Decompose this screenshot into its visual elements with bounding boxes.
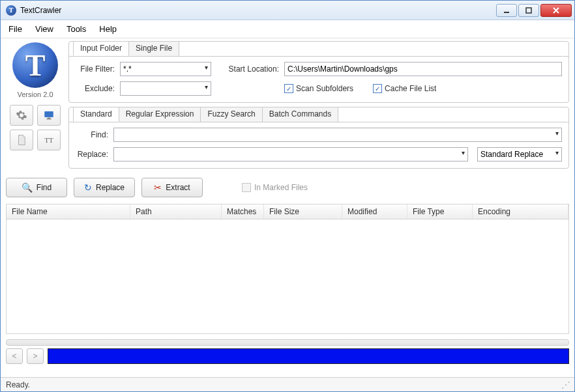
in-marked-files-checkbox: In Marked Files (242, 183, 308, 192)
maximize-button[interactable] (518, 4, 539, 17)
exclude-input[interactable] (120, 81, 211, 96)
col-matches[interactable]: Matches (222, 204, 264, 219)
menu-tools[interactable]: Tools (66, 24, 86, 34)
titlebar: T TextCrawler (1, 1, 574, 20)
check-icon (242, 183, 251, 192)
search-icon: 🔍 (22, 182, 33, 193)
progress-area: < > (6, 338, 569, 377)
input-tab-group: Input Folder Single File File Filter: St… (68, 41, 569, 103)
svg-rect-3 (48, 118, 51, 119)
menu-help[interactable]: Help (99, 24, 117, 34)
svg-rect-1 (526, 8, 531, 13)
settings-button[interactable] (10, 105, 33, 126)
side-panel: T Version 2.0 TT (6, 41, 65, 150)
tab-batch[interactable]: Batch Commands (262, 107, 338, 122)
extract-button[interactable]: ✂ Extract (141, 178, 203, 197)
resize-grip-icon[interactable]: ⋰ (561, 380, 569, 390)
scissors-icon: ✂ (154, 182, 162, 193)
app-icon: T (6, 5, 16, 16)
results-table[interactable]: File Name Path Matches File Size Modifie… (6, 204, 569, 334)
close-button[interactable] (540, 4, 572, 17)
action-bar: 🔍 Find ↻ Replace ✂ Extract In Marked Fil… (6, 173, 569, 200)
status-bar: Ready. ⋰ (1, 377, 574, 391)
prev-button[interactable]: < (6, 348, 23, 364)
tab-fuzzy[interactable]: Fuzzy Search (200, 107, 262, 122)
window-controls (496, 4, 572, 17)
start-location-input[interactable] (284, 62, 562, 76)
highlight-bar (48, 348, 569, 364)
table-body (7, 219, 568, 333)
window-title: TextCrawler (20, 6, 61, 15)
file-filter-input[interactable] (120, 62, 211, 76)
menu-bar: File View Tools Help (1, 20, 574, 38)
tab-standard[interactable]: Standard (73, 107, 119, 122)
version-label: Version 2.0 (17, 91, 53, 98)
col-filesize[interactable]: File Size (264, 204, 342, 219)
replace-button[interactable]: ↻ Replace (74, 178, 135, 197)
replace-label: Replace: (76, 150, 108, 159)
scan-subfolders-checkbox[interactable]: ✓ Scan Subfolders (284, 84, 353, 93)
tab-single-file[interactable]: Single File (128, 41, 179, 56)
svg-rect-0 (504, 12, 509, 13)
exclude-label: Exclude: (76, 84, 115, 93)
monitor-icon (43, 109, 55, 121)
text-button[interactable]: TT (37, 130, 61, 150)
document-button[interactable] (10, 130, 33, 150)
monitor-button[interactable] (37, 105, 61, 126)
col-path[interactable]: Path (130, 204, 222, 219)
table-header: File Name Path Matches File Size Modifie… (7, 204, 568, 219)
search-tab-group: Standard Regular Expression Fuzzy Search… (68, 107, 569, 169)
status-text: Ready. (6, 380, 30, 389)
file-filter-label: File Filter: (76, 64, 115, 74)
next-button[interactable]: > (27, 348, 44, 364)
svg-rect-2 (44, 111, 53, 117)
app-window: T TextCrawler File View Tools Help T Ver… (0, 0, 575, 392)
col-filetype[interactable]: File Type (407, 204, 473, 219)
check-icon: ✓ (284, 84, 293, 93)
col-encoding[interactable]: Encoding (473, 204, 568, 219)
find-button[interactable]: 🔍 Find (6, 178, 67, 197)
replace-mode-select[interactable] (477, 147, 562, 161)
find-label: Find: (76, 130, 108, 139)
cache-filelist-checkbox[interactable]: ✓ Cache File List (373, 84, 436, 93)
document-icon (16, 134, 27, 146)
progress-bar (6, 339, 569, 346)
menu-view[interactable]: View (35, 24, 53, 34)
check-icon: ✓ (373, 84, 382, 93)
minimize-button[interactable] (496, 4, 517, 17)
find-input[interactable] (113, 128, 562, 142)
start-location-label: Start Location: (220, 64, 279, 74)
logo-icon: T (12, 42, 58, 88)
menu-file[interactable]: File (8, 24, 22, 34)
col-filename[interactable]: File Name (7, 204, 130, 219)
tab-regex[interactable]: Regular Expression (119, 107, 201, 122)
gear-icon (16, 109, 27, 121)
svg-rect-4 (46, 119, 52, 119)
col-modified[interactable]: Modified (342, 204, 407, 219)
tab-input-folder[interactable]: Input Folder (73, 41, 129, 56)
replace-input[interactable] (113, 147, 468, 161)
refresh-icon: ↻ (84, 182, 92, 193)
